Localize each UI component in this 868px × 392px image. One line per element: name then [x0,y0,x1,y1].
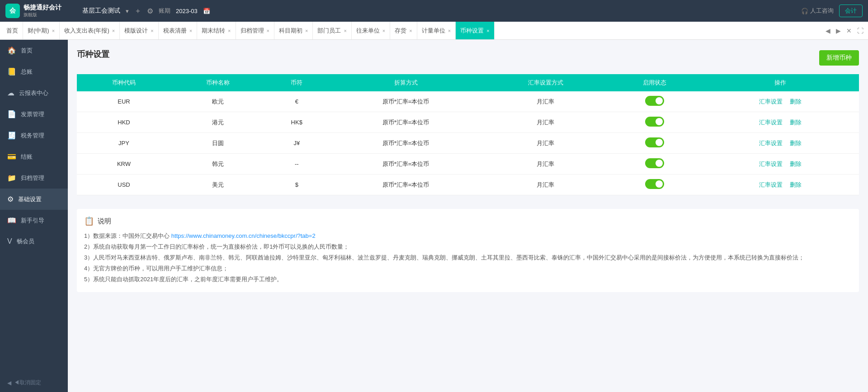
sidebar-label-7: 基础设置 [18,195,42,203]
cell-rate-type-1: 月汇率 [483,112,608,133]
cell-method-1: 原币*汇率=本位币 [328,112,483,133]
rate-settings-link-3[interactable]: 汇率设置 [759,161,783,167]
notes-list: 1）数据来源：中国外汇交易中心 https://www.chinamoney.c… [84,231,852,285]
tab-prev-icon[interactable]: ◀ [823,25,833,36]
sidebar-icon-6: 📁 [7,174,16,182]
toggle-switch-4[interactable] [645,179,664,189]
cell-symbol-2: J¥ [265,133,328,154]
rate-settings-link-4[interactable]: 汇率设置 [759,181,783,188]
delete-link-4[interactable]: 删除 [790,181,802,188]
cell-rate-type-0: 月汇率 [483,91,608,112]
content-area: 币种设置 新增币种 币种代码币种名称币符折算方式汇率设置方式启用状态操作 EUR… [68,40,868,392]
notes-title: 📋 说明 [84,216,852,226]
rate-settings-link-1[interactable]: 汇率设置 [759,119,783,126]
cell-symbol-1: HK$ [265,112,328,133]
tab-close-icon-2[interactable]: × [112,28,115,33]
tab-item-1[interactable]: 财(中期)× [23,22,60,40]
cell-actions-2: 汇率设置 删除 [702,133,859,154]
sidebar-item-4[interactable]: 🧾税务管理 [0,125,68,146]
toggle-1[interactable] [645,117,664,128]
sidebar-item-7[interactable]: ⚙基础设置 [0,189,68,210]
tab-item-10[interactable]: 存货× [390,22,417,40]
tab-item-6[interactable]: 归档管理× [236,22,274,40]
period-label: 账期 [159,7,170,15]
cell-status-0[interactable] [608,91,702,112]
tab-close-icon-5[interactable]: × [228,28,231,33]
workspace-settings-icon[interactable]: ⚙ [147,7,153,15]
toggle-switch-0[interactable] [645,96,664,106]
account-button[interactable]: 会计 [839,5,863,17]
note-item-4: 5）系统只能自动抓取2021年度后的汇率，之前年度汇率需要用户手工维护。 [84,274,852,285]
tab-item-3[interactable]: 模版设计× [120,22,158,40]
toggle-switch-1[interactable] [645,117,664,127]
tab-close-icon-7[interactable]: × [305,28,308,33]
tab-item-9[interactable]: 往来单位× [352,22,390,40]
sidebar-item-8[interactable]: 📖新手引导 [0,210,68,231]
col-header-0: 币种代码 [77,74,171,91]
cell-status-1[interactable] [608,112,702,133]
cell-code-3: KRW [77,154,171,175]
sidebar-item-6[interactable]: 📁归档管理 [0,167,68,189]
tab-close-icon-10[interactable]: × [409,28,412,33]
delete-link-2[interactable]: 删除 [790,140,802,146]
rate-settings-link-0[interactable]: 汇率设置 [759,98,783,105]
table-row-3: KRW 韩元 -- 原币*汇率=本位币 月汇率 汇率设置 删除 [77,154,859,175]
tab-item-12[interactable]: 币种设置× [456,22,494,40]
tab-close-icon-8[interactable]: × [344,28,346,33]
tab-item-7[interactable]: 科目期初× [274,22,313,40]
top-bar: 会 畅捷通好会计 旗舰版 基层工会测试 ▾ ＋ ⚙ 账期 2023-03 📅 🎧… [0,0,868,22]
sidebar-pin-toggle[interactable]: ◀ ◀取消固定 [0,373,68,392]
close-window-icon[interactable]: ✕ [844,25,854,36]
help-button[interactable]: 🎧 人工咨询 [801,7,834,15]
cell-symbol-4: $ [265,175,328,195]
app-sub: 旗舰版 [24,12,61,18]
company-dropdown-icon[interactable]: ▾ [126,8,129,14]
cell-status-2[interactable] [608,133,702,154]
sidebar-item-1[interactable]: 📒总账 [0,61,68,82]
calendar-icon[interactable]: 📅 [203,8,210,14]
chinamoney-link[interactable]: https://www.chinamoney.com.cn/chinese/bk… [171,232,316,239]
sidebar-item-2[interactable]: ☁云报表中心 [0,82,68,104]
delete-link-1[interactable]: 删除 [790,119,802,126]
tab-item-0[interactable]: 首页 [2,22,23,40]
cell-status-3[interactable] [608,154,702,175]
tab-next-icon[interactable]: ▶ [833,25,844,36]
tab-item-11[interactable]: 计量单位× [417,22,456,40]
tab-close-icon-9[interactable]: × [382,28,385,33]
rate-settings-link-2[interactable]: 汇率设置 [759,140,783,146]
cell-status-4[interactable] [608,175,702,195]
toggle-switch-2[interactable] [645,137,664,147]
pin-icon: ◀ [7,380,11,386]
toggle-4[interactable] [645,179,664,190]
delete-link-0[interactable]: 删除 [790,98,802,105]
add-workspace-icon[interactable]: ＋ [134,6,142,16]
toggle-0[interactable] [645,96,664,107]
tab-close-icon-6[interactable]: × [267,28,269,33]
tab-close-icon-4[interactable]: × [189,28,192,33]
toggle-switch-3[interactable] [645,158,664,168]
delete-link-3[interactable]: 删除 [790,161,802,167]
sidebar-icon-2: ☁ [7,89,14,97]
new-currency-button[interactable]: 新增币种 [819,50,859,66]
sidebar-label-4: 税务管理 [21,132,44,140]
sidebar-item-3[interactable]: 📄发票管理 [0,104,68,125]
tab-close-icon-12[interactable]: × [486,28,489,33]
tab-item-5[interactable]: 期末结转× [197,22,236,40]
toggle-2[interactable] [645,137,664,149]
sidebar-icon-5: 💳 [7,152,16,161]
sidebar: 🏠首页📒总账☁云报表中心📄发票管理🧾税务管理💳结账📁归档管理⚙基础设置📖新手引导… [0,40,68,392]
table-row-4: USD 美元 $ 原币*汇率=本位币 月汇率 汇率设置 删除 [77,175,859,195]
notes-icon: 📋 [84,216,94,226]
note-item-3: 4）无官方牌价的币种，可以用用户手工维护汇率信息； [84,263,852,274]
sidebar-item-9[interactable]: V畅会员 [0,231,68,252]
toggle-3[interactable] [645,158,664,170]
sidebar-item-0[interactable]: 🏠首页 [0,40,68,61]
tab-close-icon-11[interactable]: × [448,28,451,33]
sidebar-item-5[interactable]: 💳结账 [0,146,68,167]
tab-item-2[interactable]: 收入支出表(年报)× [60,22,120,40]
tab-item-8[interactable]: 部门员工× [313,22,351,40]
tab-item-4[interactable]: 税表清册× [159,22,197,40]
tab-close-icon-1[interactable]: × [52,28,55,33]
tab-close-icon-3[interactable]: × [151,28,153,33]
maximize-window-icon[interactable]: ⛶ [854,25,866,36]
